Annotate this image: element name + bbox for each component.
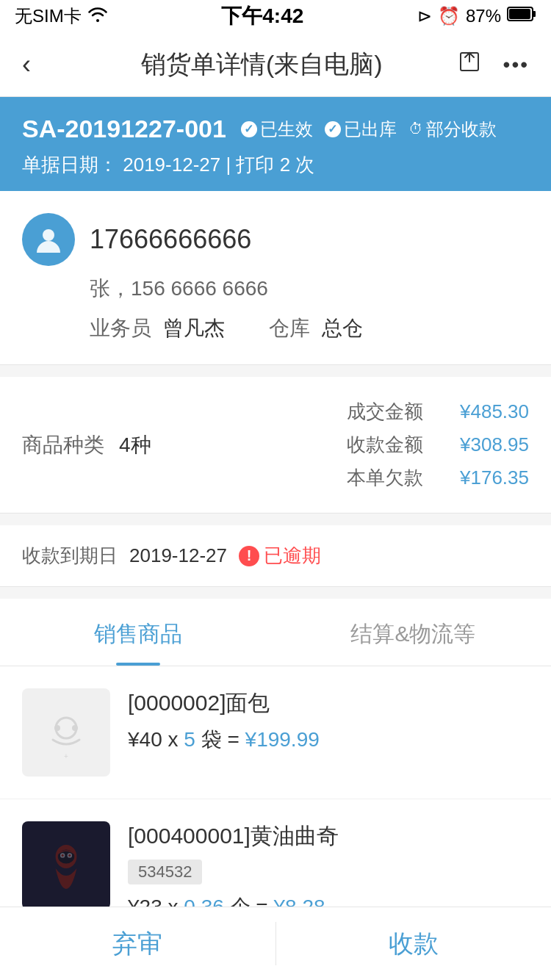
receipt-value: ¥308.95 <box>441 433 529 456</box>
svg-rect-1 <box>533 11 536 17</box>
status-time: 下午4:42 <box>221 2 303 30</box>
sim-status: 无SIM卡 <box>15 4 82 28</box>
clock-icon: ⏱ <box>408 120 423 137</box>
overdue-label: 已逾期 <box>264 543 321 569</box>
tabs-section: 销售商品 结算&物流等 <box>0 599 551 666</box>
receipt-label: 收款金额 <box>347 432 423 458</box>
order-date: 2019-12-27 <box>123 154 220 176</box>
cancel-button[interactable]: 弃审 <box>0 907 276 980</box>
overdue-badge: ! 已逾期 <box>239 543 321 569</box>
tab-products[interactable]: 销售商品 <box>0 599 276 666</box>
svg-point-6 <box>54 725 60 731</box>
amount-value: ¥485.30 <box>441 400 529 423</box>
customer-meta: 业务员 曾凡杰 仓库 总仓 <box>22 314 529 342</box>
type-label: 商品种类 <box>22 431 104 459</box>
status-tag-shipped: 已出库 <box>325 118 397 141</box>
stats-section: 商品种类 4种 成交金额 ¥485.30 收款金额 ¥308.95 本单欠款 ¥… <box>0 377 551 514</box>
product-name-2: [000400001]黄油曲奇 <box>128 821 529 851</box>
due-section: 收款到期日 2019-12-27 ! 已逾期 <box>0 525 551 587</box>
customer-name: 17666666666 <box>90 224 251 255</box>
header-banner: SA-20191227-001 已生效 已出库 ⏱ 部分收款 单据日期： 201… <box>0 97 551 191</box>
warehouse-label: 仓库 <box>269 314 310 342</box>
customer-section: 17666666666 张，156 6666 6666 业务员 曾凡杰 仓库 总… <box>0 191 551 365</box>
bottom-bar: 弃审 收款 <box>0 907 551 980</box>
customer-detail: 张，156 6666 6666 <box>22 275 529 303</box>
product-thumb-1: + <box>22 688 110 777</box>
page-title: 销货单详情(来自电脑) <box>66 48 458 82</box>
customer-row1: 17666666666 <box>22 213 529 266</box>
tab-settlement[interactable]: 结算&物流等 <box>276 599 551 666</box>
wifi-icon <box>87 6 108 26</box>
nav-actions: ••• <box>458 50 529 79</box>
banner-row1: SA-20191227-001 已生效 已出库 ⏱ 部分收款 <box>22 115 529 143</box>
type-count: 4种 <box>119 431 151 459</box>
status-tag-effective: 已生效 <box>241 118 313 141</box>
warehouse: 仓库 总仓 <box>269 314 363 342</box>
avatar <box>22 213 75 266</box>
svg-point-15 <box>68 854 71 857</box>
banner-date-row: 单据日期： 2019-12-27 | 打印 2 次 <box>22 152 529 178</box>
debt-row: 本单欠款 ¥176.35 <box>347 465 529 491</box>
list-item: + [0000002]面包 ¥40 x 5 袋 = ¥199.99 <box>0 666 551 799</box>
tabs: 销售商品 结算&物流等 <box>0 599 551 666</box>
stats-left: 商品种类 4种 <box>22 399 151 491</box>
warehouse-value: 总仓 <box>322 314 363 342</box>
stats-grid: 商品种类 4种 成交金额 ¥485.30 收款金额 ¥308.95 本单欠款 ¥… <box>22 399 529 491</box>
product-badge-2: 534532 <box>128 860 202 884</box>
order-id: SA-20191227-001 <box>22 115 226 143</box>
battery-icon <box>507 6 536 26</box>
status-left: 无SIM卡 <box>15 4 108 28</box>
location-icon: ⊳ <box>417 6 432 26</box>
debt-label: 本单欠款 <box>347 465 423 491</box>
svg-point-4 <box>43 229 54 241</box>
more-icon[interactable]: ••• <box>503 53 529 76</box>
status-tags: 已生效 已出库 ⏱ 部分收款 <box>241 118 497 141</box>
product-qty-1: 5 <box>184 728 195 751</box>
check-icon-2 <box>325 121 341 137</box>
sales-label: 业务员 <box>90 314 151 342</box>
product-info-1: [0000002]面包 ¥40 x 5 袋 = ¥199.99 <box>128 688 529 754</box>
sales-person: 业务员 曾凡杰 <box>90 314 225 342</box>
product-name-1: [0000002]面包 <box>128 688 529 718</box>
amount-row: 成交金额 ¥485.30 <box>347 399 529 425</box>
nav-bar: ‹ 销货单详情(来自电脑) ••• <box>0 32 551 97</box>
back-button[interactable]: ‹ <box>22 49 66 80</box>
receipt-row: 收款金额 ¥308.95 <box>347 432 529 458</box>
product-total-1: ¥199.99 <box>245 728 320 751</box>
svg-rect-2 <box>509 9 530 19</box>
date-label: 单据日期： <box>22 154 118 176</box>
overdue-icon: ! <box>239 546 259 566</box>
status-right: ⊳ ⏰ 87% <box>417 6 536 26</box>
products-section: + [0000002]面包 ¥40 x 5 袋 = ¥199.99 <box>0 666 551 944</box>
alarm-icon: ⏰ <box>438 6 460 26</box>
debt-value: ¥176.35 <box>441 466 529 489</box>
svg-text:+: + <box>64 752 68 760</box>
sales-value: 曾凡杰 <box>163 314 225 342</box>
due-date: 2019-12-27 <box>129 544 227 567</box>
product-thumb-2 <box>22 821 110 909</box>
confirm-button[interactable]: 收款 <box>276 907 552 980</box>
status-bar: 无SIM卡 下午4:42 ⊳ ⏰ 87% <box>0 0 551 32</box>
print-count: 2 <box>280 154 290 176</box>
amount-label: 成交金额 <box>347 399 423 425</box>
svg-point-7 <box>72 725 78 731</box>
svg-point-14 <box>62 854 64 857</box>
print-suffix: 次 <box>295 154 314 176</box>
due-label: 收款到期日 <box>22 543 118 569</box>
print-label: | 打印 <box>226 154 274 176</box>
status-tag-partial: ⏱ 部分收款 <box>408 118 497 141</box>
product-price-1: ¥40 x 5 袋 = ¥199.99 <box>128 726 529 754</box>
stats-right: 成交金额 ¥485.30 收款金额 ¥308.95 本单欠款 ¥176.35 <box>347 399 529 491</box>
battery-level: 87% <box>466 6 501 26</box>
check-icon-1 <box>241 121 257 137</box>
share-icon[interactable] <box>458 50 481 79</box>
